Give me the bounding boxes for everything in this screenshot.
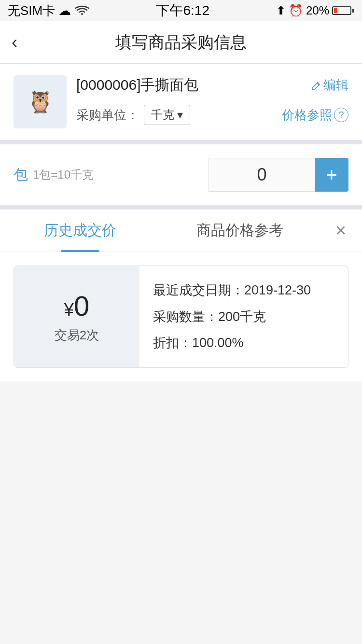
price-reference-button[interactable]: 价格参照 ? [282, 107, 348, 124]
quantity-input-area: + [209, 158, 348, 192]
tabs-close-button[interactable]: × [320, 210, 362, 252]
page-title: 填写商品采购信息 [115, 31, 247, 54]
unit-dropdown[interactable]: 千克 ▾ [144, 105, 190, 125]
edit-button[interactable]: 编辑 [311, 77, 348, 94]
tab-history-label: 历史成交价 [44, 221, 116, 240]
product-name: [0000006]手撕面包 [76, 75, 198, 95]
currency-symbol: ¥ [64, 300, 74, 320]
product-info-card: 🦉 [0000006]手撕面包 编辑 采购单位： 千克 ▾ [0, 64, 362, 140]
bag-conversion: 1包=10千克 [33, 167, 94, 182]
tabs-bar: 历史成交价 商品价格参考 × [0, 210, 362, 252]
back-icon: ‹ [12, 32, 17, 52]
bag-label: 包 [14, 165, 28, 185]
product-name-row: [0000006]手撕面包 编辑 [76, 75, 348, 95]
tab-product-price-ref[interactable]: 商品价格参考 [160, 210, 320, 252]
tab-product-label: 商品价格参考 [196, 221, 283, 240]
main-background [0, 381, 362, 644]
transaction-count: 交易2次 [55, 327, 99, 344]
status-time: 下午6:12 [156, 1, 209, 20]
quantity-input[interactable] [209, 158, 315, 192]
purchase-qty-row: 采购数量：200千克 [153, 307, 334, 327]
purchase-unit-left: 采购单位： 千克 ▾ [76, 105, 190, 125]
help-icon: ? [334, 108, 348, 122]
section-divider-1 [0, 140, 362, 144]
status-bar: 无SIM卡 ☁ 下午6:12 ⬆ ⏰ 20% [0, 0, 362, 21]
product-thumbnail: 🦉 [14, 75, 67, 128]
battery-icon [332, 6, 354, 15]
purchase-unit-row: 采购单位： 千克 ▾ 价格参照 ? [76, 105, 348, 125]
tab-history-price[interactable]: 历史成交价 [0, 210, 160, 252]
product-logo-icon: 🦉 [27, 89, 54, 114]
price-card: ¥0 交易2次 最近成交日期：2019-12-30 采购数量：200千克 折扣：… [14, 266, 348, 368]
product-details: [0000006]手撕面包 编辑 采购单位： 千克 ▾ 价格参照 ? [76, 75, 348, 125]
discount-row: 折扣：100.00% [153, 333, 334, 353]
status-right: ⬆ ⏰ 20% [276, 4, 354, 17]
page-header: ‹ 填写商品采购信息 [0, 21, 362, 64]
tab-active-indicator [61, 250, 99, 252]
price-left-panel: ¥0 交易2次 [14, 266, 139, 367]
price-amount: ¥0 [64, 290, 89, 322]
status-carrier: 无SIM卡 ☁ [8, 2, 89, 19]
purchase-unit-label: 采购单位： [76, 107, 139, 124]
carrier-text: 无SIM卡 ☁ [8, 2, 71, 19]
price-right-panel: 最近成交日期：2019-12-30 采购数量：200千克 折扣：100.00% [139, 266, 348, 367]
edit-icon [311, 80, 321, 91]
location-icon: ⬆ [276, 4, 286, 17]
quantity-plus-button[interactable]: + [315, 158, 348, 192]
back-button[interactable]: ‹ [12, 32, 17, 53]
last-deal-date-row: 最近成交日期：2019-12-30 [153, 280, 334, 300]
quantity-label-area: 包 1包=10千克 [14, 165, 94, 185]
alarm-icon: ⏰ [289, 4, 303, 17]
dropdown-arrow-icon: ▾ [177, 108, 183, 122]
battery-percent: 20% [306, 4, 329, 17]
price-content: ¥0 交易2次 最近成交日期：2019-12-30 采购数量：200千克 折扣：… [0, 252, 362, 381]
wifi-icon [75, 5, 89, 16]
quantity-row: 包 1包=10千克 + [0, 144, 362, 206]
